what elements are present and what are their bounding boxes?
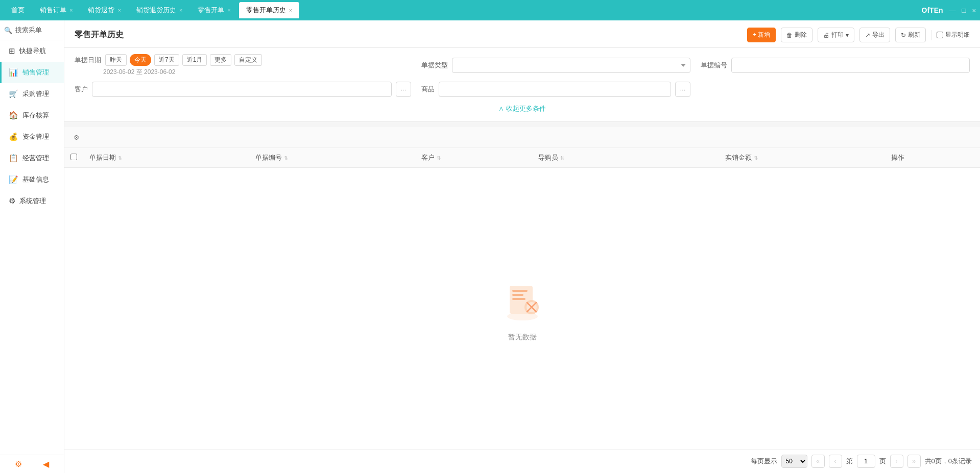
sidebar-search-label: 搜索采单 (15, 26, 42, 35)
show-detail-checkbox[interactable]: 显示明细 (937, 31, 970, 39)
select-all-checkbox[interactable] (70, 154, 77, 160)
number-input[interactable] (731, 58, 970, 73)
settings-bottom-icon[interactable]: ⚙ (15, 459, 22, 469)
sidebar-item-purchase-mgmt[interactable]: 🛒 采购管理 (0, 83, 64, 105)
nav-tabs: 首页 销售订单 × 销货退货 × 销货退货历史 × 零售开单 × 零售开单历史 … (4, 2, 922, 18)
sidebar-item-operations[interactable]: 📋 经营管理 (0, 147, 64, 169)
refresh-icon: ↻ (901, 32, 906, 39)
number-filter-label: 单据编号 (701, 61, 727, 70)
basic-info-icon: 📝 (9, 175, 18, 184)
sort-icon[interactable]: ⇅ (437, 155, 441, 161)
close-tab-icon[interactable]: × (227, 7, 230, 13)
close-tab-icon[interactable]: × (69, 7, 73, 13)
sidebar-item-quick-nav[interactable]: ⊞ 快捷导航 (0, 40, 64, 62)
goods-input[interactable] (439, 82, 671, 97)
table-header-row: 单据日期 ⇅ 单据编号 ⇅ 客户 ⇅ (64, 148, 980, 168)
goods-filter-label: 商品 (421, 85, 435, 94)
page-label-pre: 第 (846, 457, 853, 466)
sidebar-item-system[interactable]: ⚙ 系统管理 (0, 190, 64, 212)
filter-number-item: 单据编号 (701, 58, 970, 73)
col-date: 单据日期 ⇅ (83, 148, 249, 168)
col-salesperson: 导购员 ⇅ (532, 148, 674, 168)
empty-state-icon (497, 276, 548, 327)
sidebar-item-inventory[interactable]: 🏠 库存核算 (0, 105, 64, 126)
sidebar-item-label: 经营管理 (22, 154, 49, 163)
window-minimize-icon[interactable]: — (949, 7, 956, 14)
page-label: 页 (879, 457, 886, 466)
goods-ellipsis-btn[interactable]: ··· (675, 82, 690, 97)
close-tab-icon[interactable]: × (289, 7, 292, 13)
first-page-btn[interactable]: « (811, 455, 825, 468)
print-button[interactable]: 🖨 打印 ▾ (818, 28, 854, 42)
brand-label: OfTEn (922, 6, 943, 14)
tab-retail-open-history[interactable]: 零售开单历史 × (239, 2, 299, 18)
close-tab-icon[interactable]: × (179, 7, 182, 13)
sort-icon[interactable]: ⇅ (754, 155, 758, 161)
last-page-btn[interactable]: » (907, 455, 921, 468)
delete-icon: 🗑 (786, 32, 793, 39)
col-amount: 实销金额 ⇅ (719, 148, 885, 168)
col-action: 操作 (885, 148, 980, 168)
svg-rect-2 (512, 290, 528, 292)
type-select[interactable] (452, 58, 690, 73)
sidebar-item-label: 销售管理 (22, 68, 49, 77)
col-spacer (674, 148, 719, 168)
export-button[interactable]: ↗ 导出 (859, 28, 890, 42)
customer-input[interactable] (92, 82, 392, 97)
content-area: 零售开单历史 + 新增 🗑 删除 🖨 打印 ▾ ↗ 导出 ↻ (64, 20, 980, 473)
sidebar-item-label: 采购管理 (22, 89, 49, 98)
refresh-button[interactable]: ↻ 刷新 (895, 28, 926, 42)
add-button[interactable]: + 新增 (747, 28, 776, 42)
system-icon: ⚙ (9, 196, 15, 206)
customer-ellipsis-btn[interactable]: ··· (396, 82, 411, 97)
date-btn-1month[interactable]: 近1月 (182, 54, 207, 66)
date-btn-custom[interactable]: 自定义 (234, 54, 262, 66)
select-all-col (64, 148, 83, 168)
filter-date-item: 单据日期 昨天 今天 近7天 近1月 更多 自定义 2023-06-02 至 2… (75, 54, 411, 77)
col-customer: 客户 ⇅ (415, 148, 532, 168)
sidebar-item-basic-info[interactable]: 📝 基础信息 (0, 169, 64, 190)
tab-retail-open[interactable]: 零售开单 × (190, 2, 237, 18)
table-area: ⚙ 单据日期 ⇅ 单据编号 (64, 127, 980, 449)
sidebar-item-label: 系统管理 (19, 196, 46, 206)
data-table: 单据日期 ⇅ 单据编号 ⇅ 客户 ⇅ (64, 148, 980, 168)
sidebar-item-label: 资金管理 (22, 132, 49, 141)
window-maximize-icon[interactable]: □ (962, 7, 966, 14)
per-page-select[interactable]: 50 100 200 (781, 455, 807, 468)
sort-icon[interactable]: ⇅ (284, 155, 288, 161)
tab-home[interactable]: 首页 (4, 2, 32, 18)
collapse-sidebar-icon[interactable]: ◀ (43, 459, 49, 469)
main-layout: 🔍 搜索采单 ⊞ 快捷导航 📊 销售管理 🛒 采购管理 🏠 库存核算 💰 资金管… (0, 20, 980, 473)
sidebar-item-label: 快捷导航 (19, 46, 46, 56)
close-tab-icon[interactable]: × (117, 7, 121, 13)
table-toolbar: ⚙ (64, 127, 980, 148)
next-page-btn[interactable]: › (890, 455, 903, 468)
show-detail-input[interactable] (937, 32, 943, 38)
tab-sales-return[interactable]: 销货退货 × (81, 2, 128, 18)
finance-icon: 💰 (9, 132, 18, 141)
tab-sales-order[interactable]: 销售订单 × (33, 2, 80, 18)
col-number: 单据编号 ⇅ (249, 148, 415, 168)
toolbar-divider (931, 30, 931, 40)
prev-page-btn[interactable]: ‹ (829, 455, 842, 468)
delete-button[interactable]: 🗑 删除 (781, 28, 812, 42)
date-btn-yesterday[interactable]: 昨天 (105, 54, 127, 66)
purchase-mgmt-icon: 🛒 (9, 89, 18, 98)
sidebar-item-sales-mgmt[interactable]: 📊 销售管理 (0, 62, 64, 83)
page-input[interactable] (857, 455, 875, 468)
date-btn-7days[interactable]: 近7天 (154, 54, 179, 66)
svg-rect-4 (512, 298, 525, 300)
table-settings-icon[interactable]: ⚙ (69, 130, 84, 144)
sort-icon[interactable]: ⇅ (118, 155, 122, 161)
sidebar-item-finance[interactable]: 💰 资金管理 (0, 126, 64, 147)
date-btn-today[interactable]: 今天 (130, 54, 151, 66)
date-btn-more[interactable]: 更多 (210, 54, 231, 66)
sidebar-item-label: 库存核算 (22, 111, 49, 120)
collapse-more-btn[interactable]: ∧ 收起更多条件 (75, 102, 970, 115)
sidebar: 🔍 搜索采单 ⊞ 快捷导航 📊 销售管理 🛒 采购管理 🏠 库存核算 💰 资金管… (0, 20, 64, 473)
sidebar-search[interactable]: 🔍 搜索采单 (0, 20, 64, 40)
type-filter-label: 单据类型 (421, 61, 448, 70)
window-close-icon[interactable]: × (972, 7, 976, 14)
sort-icon[interactable]: ⇅ (560, 155, 564, 161)
tab-sales-return-history[interactable]: 销货退货历史 × (129, 2, 189, 18)
